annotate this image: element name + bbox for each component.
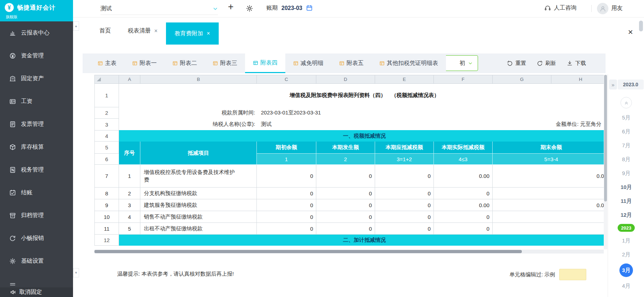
cell-ending[interactable] xyxy=(493,188,604,199)
period-range-label[interactable]: 税款所属时间: xyxy=(140,107,257,119)
gear-icon[interactable] xyxy=(246,5,253,12)
cell-ending[interactable]: 0.00 xyxy=(493,165,604,188)
company-selector[interactable]: 测试 xyxy=(100,3,218,15)
sidebar-item[interactable]: 资金管理 xyxy=(0,44,73,67)
cell-item[interactable]: 增值税税控系统专用设备费及技术维护费 xyxy=(140,165,257,188)
cell-deductible[interactable]: 0 xyxy=(375,211,434,223)
panel-year-header[interactable]: 2023.0 xyxy=(618,80,644,89)
sidebar-item[interactable]: 归档管理 xyxy=(0,204,73,227)
column-header[interactable]: H xyxy=(551,75,604,84)
header-deductible[interactable]: 本期应抵减税额 xyxy=(375,142,434,154)
spreadsheet[interactable]: ABCDEFGH 1 增值税及附加税费申报表附列资料（四） （税额抵减情况表） … xyxy=(94,75,604,249)
month-item[interactable]: 9月 xyxy=(622,168,630,178)
reset-button[interactable]: 重置 xyxy=(507,60,526,67)
header-code[interactable]: 3=1+2 xyxy=(375,154,434,165)
unit-note[interactable]: 金额单位: 元至角分 xyxy=(434,119,604,130)
cell-current[interactable]: 0 xyxy=(316,188,375,199)
row-number[interactable]: 5 xyxy=(95,142,119,154)
month-item[interactable]: 2月 xyxy=(622,250,630,260)
sidebar-scroll-up[interactable]: ▲ xyxy=(73,21,79,31)
calendar-icon[interactable] xyxy=(306,5,313,11)
row-number[interactable]: 10 xyxy=(95,211,119,223)
subtab-sheet[interactable]: 附表四 xyxy=(245,53,285,73)
sidebar-item[interactable]: 发票管理 xyxy=(0,113,73,135)
unpin-sidebar-button[interactable]: 取消固定 xyxy=(0,287,73,297)
cell-seq[interactable]: 3 xyxy=(119,199,140,211)
column-header[interactable]: A xyxy=(119,75,140,84)
year-badge[interactable]: 2023 xyxy=(618,224,635,232)
cell-opening[interactable]: 0 xyxy=(257,211,316,223)
close-icon[interactable]: × xyxy=(207,30,210,37)
vertical-scrollbar[interactable] xyxy=(604,75,607,249)
tab-active[interactable]: 教育费附加× xyxy=(166,22,218,45)
row-number[interactable]: 8 xyxy=(95,188,119,199)
sidebar-item[interactable]: 基础设置 xyxy=(0,250,73,272)
tab-item[interactable]: 税表清册× xyxy=(119,17,166,45)
subtab-sheet[interactable]: 附表三 xyxy=(205,53,245,73)
cell-seq[interactable]: 5 xyxy=(119,223,140,235)
user-menu[interactable]: 用友 xyxy=(611,5,623,12)
subtab-sheet[interactable]: 附表一 xyxy=(124,53,165,73)
sidebar-item[interactable]: 固定资产 xyxy=(0,67,73,90)
support-link[interactable]: 人工咨询 xyxy=(544,4,577,12)
refresh-button[interactable]: 刷新 xyxy=(537,60,556,67)
cell[interactable] xyxy=(119,119,140,130)
vertical-scrollbar-thumb[interactable] xyxy=(604,75,607,201)
month-item[interactable]: 5月 xyxy=(622,113,630,123)
sidebar-item[interactable]: 工资 xyxy=(0,90,73,113)
cell-opening[interactable]: 0 xyxy=(257,188,316,199)
row-number[interactable]: 3 xyxy=(95,119,119,130)
row-number[interactable]: 12 xyxy=(95,235,119,246)
subtab-sheet[interactable]: 其他扣税凭证明细表 xyxy=(372,53,446,73)
close-icon[interactable]: × xyxy=(625,27,635,37)
row-number[interactable]: 4 xyxy=(95,130,119,142)
column-header[interactable]: F xyxy=(434,75,493,84)
cell-deductible[interactable]: 0 xyxy=(375,165,434,188)
cell-opening[interactable]: 0 xyxy=(257,223,316,235)
cell-item[interactable]: 出租不动产预征缴纳税款 xyxy=(140,223,257,235)
sidebar-item[interactable]: 小畅报销 xyxy=(0,227,73,250)
section-banner[interactable]: 二、加计抵减情况 xyxy=(119,235,604,246)
cell-actual[interactable]: 0 xyxy=(434,211,493,223)
month-item[interactable]: 11月 xyxy=(621,196,632,206)
sidebar-item[interactable]: 结账 xyxy=(0,181,73,204)
month-item[interactable]: 6月 xyxy=(622,127,630,137)
horizontal-scrollbar[interactable] xyxy=(94,250,604,254)
sheet-title[interactable]: 增值税及附加税费申报表附列资料（四） （税额抵减情况表） xyxy=(119,84,604,107)
sidebar-item[interactable]: 云报表中心 xyxy=(0,21,73,44)
cell-seq[interactable]: 2 xyxy=(119,188,140,199)
scroll-earlier-button[interactable] xyxy=(620,97,632,108)
header-seq[interactable]: 序号 xyxy=(119,142,140,165)
tab-item[interactable]: 首页 xyxy=(91,17,119,45)
column-header[interactable]: C xyxy=(257,75,316,84)
cell-deductible[interactable]: 0 xyxy=(375,223,434,235)
subtab-sheet[interactable]: 主表 xyxy=(90,53,124,73)
month-item[interactable]: 12月 xyxy=(620,210,632,220)
subtab-sheet[interactable]: 附表二 xyxy=(165,53,205,73)
cell-actual[interactable]: 0 xyxy=(434,223,493,235)
month-item[interactable]: 7月 xyxy=(622,140,630,150)
accounting-period[interactable]: 账期 2023-03 xyxy=(266,4,313,12)
column-header[interactable]: B xyxy=(140,75,257,84)
row-number[interactable]: 9 xyxy=(95,199,119,211)
avatar[interactable] xyxy=(597,3,608,14)
row-number[interactable]: 11 xyxy=(95,223,119,235)
sidebar-item-partial[interactable] xyxy=(0,280,82,286)
header-code[interactable]: 1 xyxy=(257,154,316,165)
header-current[interactable]: 本期发生额 xyxy=(316,142,375,154)
page-scrollbar[interactable] xyxy=(639,21,643,31)
taxpayer-value[interactable]: 测试 xyxy=(257,119,434,130)
header-code[interactable]: 2 xyxy=(316,154,375,165)
row-number[interactable]: 7 xyxy=(95,165,119,188)
row-number[interactable]: 2 xyxy=(95,107,119,119)
collapse-panel-button[interactable]: » xyxy=(609,80,617,89)
taxpayer-label[interactable]: 纳税人名称(公章): xyxy=(140,119,257,130)
cell-ending[interactable]: 0.00 xyxy=(493,199,604,211)
close-icon[interactable]: × xyxy=(154,28,157,34)
month-active[interactable]: 3月 xyxy=(619,263,633,277)
cell-current[interactable]: 0 xyxy=(316,165,375,188)
cell[interactable] xyxy=(119,107,140,119)
cell-deductible[interactable]: 0 xyxy=(375,199,434,211)
header-item[interactable]: 抵减项目 xyxy=(140,142,257,165)
column-header[interactable]: G xyxy=(493,75,551,84)
